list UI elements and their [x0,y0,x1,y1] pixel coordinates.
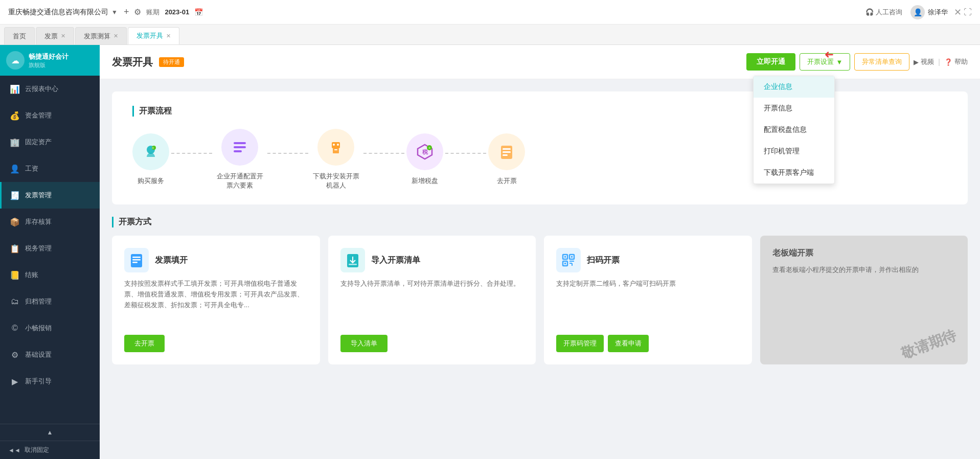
cancel-fixed-btn[interactable]: ◄◄ 取消固定 [0,441,100,459]
svg-text:+: + [428,146,431,150]
sidebar-item-zijin[interactable]: 💰 资金管理 [0,102,100,129]
sidebar-item-gudingzichan[interactable]: 🏢 固定资产 [0,129,100,155]
flow-step-4-label: 新增税盘 [412,176,438,186]
import-method-title: 导入开票清单 [371,255,420,266]
tax-config-label: 配置税盘信息 [764,125,807,133]
ledger-icon: 📒 [10,270,20,280]
svg-rect-3 [234,142,246,144]
tab-invoice-calc[interactable]: 发票测算 ✕ [75,27,127,44]
box-icon: 📦 [10,217,20,227]
flow-section: 开票流程 + 购买服务 企业开通配置开票 [112,91,968,204]
import-list-button[interactable]: 导入清单 [340,335,388,352]
flow-icon-3 [317,129,354,166]
svg-rect-17 [503,151,511,153]
sidebar-item-fapiao[interactable]: 🧾 发票管理 [0,182,100,209]
tab-invoice-issue[interactable]: 发票开具 ✕ [128,27,179,44]
abnormal-button[interactable]: 异常清单查询 [854,53,909,71]
svg-rect-25 [349,264,357,265]
tab-invoice-close[interactable]: ✕ [61,33,65,39]
flow-step-5: 去开票 [488,133,525,186]
sidebar-item-yunbao-label: 云报表中心 [25,84,58,94]
dropdown-arrow-icon: ▼ [111,9,118,16]
sidebar-item-xinshou-label: 新手引导 [25,377,52,386]
tab-invoice[interactable]: 发票 ✕ [36,27,74,44]
flow-step-5-label: 去开票 [497,176,517,186]
dropdown-item-enterprise[interactable]: 企业信息 [754,76,834,98]
pin-left-icon: ◄◄ [8,447,20,454]
flow-step-3: 下载并安装开票机器人 [310,129,361,190]
tab-invoice-issue-close[interactable]: ✕ [166,33,171,39]
tab-home-label: 首页 [13,32,26,41]
methods-section: 开票方式 发票填开 支持按照发票样式手工填开发票；可开具增值税电子普通发票、增值… [112,217,968,364]
svg-rect-10 [334,149,337,150]
flow-connector-3 [363,153,404,154]
tab-invoice-label: 发票 [44,32,58,41]
page-header: 发票开具 待开通 立即开通 开票设置 ▼ 异常清单查询 ▶ 视频 | ❓ 帮助 [100,45,980,79]
dropdown-item-invoice-info[interactable]: 开票信息 [754,98,834,119]
tab-invoice-calc-close[interactable]: ✕ [113,33,118,39]
sidebar-item-yunbao[interactable]: 📊 云报表中心 [0,76,100,102]
sidebar-item-jiezhang[interactable]: 📒 结账 [0,262,100,288]
sidebar-item-gudingzichan-label: 固定资产 [25,137,52,147]
top-bar: 重庆畅捷交通信息咨询有限公司 ▼ + ⚙ 账期 2023-01 📅 🎧 人工咨询… [0,0,980,25]
sidebar-item-jichushezhi-label: 基础设置 [25,350,52,359]
scan-method-title: 扫码开票 [587,255,620,266]
play-circle-icon: ▶ [914,58,919,66]
svg-point-7 [333,144,335,146]
sidebar-item-zijin-label: 资金管理 [25,111,52,120]
sidebar-item-xiaochang[interactable]: © 小畅报销 [0,315,100,341]
money-icon: 💰 [10,111,20,121]
flow-step-1-label: 购买服务 [138,176,164,186]
fill-invoice-button[interactable]: 去开票 [124,335,165,352]
expand-window-button[interactable]: ⛶ [964,7,972,18]
methods-section-title: 开票方式 [112,217,968,227]
activate-button[interactable]: 立即开通 [746,53,795,71]
svg-rect-31 [564,263,566,264]
person-icon: 👤 [10,164,20,174]
qr-manage-button[interactable]: 开票码管理 [556,335,604,352]
settings-icon[interactable]: ⚙ [134,7,141,17]
help-page-button[interactable]: ❓ 帮助 [944,57,968,66]
svg-rect-22 [132,262,138,263]
gear-icon: ⚙ [10,350,20,360]
svg-point-8 [337,144,339,146]
settings-dropdown-icon: ▼ [836,58,842,66]
sidebar-item-gongzi[interactable]: 👤 工资 [0,155,100,182]
view-application-button[interactable]: 查看申请 [608,335,649,352]
sidebar-item-gongzi-label: 工资 [25,164,38,173]
sidebar-item-kucun[interactable]: 📦 库存核算 [0,209,100,235]
content-area: 发票开具 待开通 立即开通 开票设置 ▼ 异常清单查询 ▶ 视频 | ❓ 帮助 [100,45,980,459]
scan-method-desc: 支持定制开票二维码，客户端可扫码开票 [556,279,740,325]
enterprise-info-label: 企业信息 [764,82,792,90]
scroll-up-btn[interactable]: ▲ [0,426,100,439]
red-arrow-indicator: ➜ [825,48,834,61]
sidebar-item-jichushezhi[interactable]: ⚙ 基础设置 [0,341,100,368]
add-icon[interactable]: + [124,7,129,17]
receipt-icon: 🧾 [10,191,20,200]
calendar-icon[interactable]: 📅 [194,8,203,16]
import-icon [340,248,365,272]
help-btn-label: 帮助 [954,57,968,66]
sidebar-item-xinshou[interactable]: ▶ 新手引导 [0,368,100,395]
logo-version: 旗舰版 [29,61,69,69]
folder-icon: 🗂 [10,297,20,306]
sidebar-item-shuiwu[interactable]: 📋 税务管理 [0,235,100,262]
sidebar-item-fapiao-label: 发票管理 [25,191,52,200]
question-circle-icon: ❓ [944,58,952,66]
period-label: 账期 [146,8,159,17]
sidebar-item-guidang[interactable]: 🗂 归档管理 [0,288,100,315]
video-button[interactable]: ▶ 视频 [914,57,934,66]
page-title: 发票开具 [112,55,153,69]
help-btn[interactable]: 🎧 人工咨询 [865,8,902,17]
dropdown-item-printer[interactable]: 打印机管理 [754,141,834,162]
method-card-boss: 老板端开票 查看老板端小程序提交的开票申请，并作出相应的 敬请期待 [760,236,968,364]
close-window-button[interactable]: ✕ [954,7,962,18]
tab-home[interactable]: 首页 [4,27,35,44]
sidebar: ☁ 畅捷通好会计 旗舰版 📊 云报表中心 💰 资金管理 🏢 固定资产 👤 工资 [0,45,100,459]
user-name: 徐泽华 [928,8,948,17]
dropdown-item-download[interactable]: 下载开票客户端 [754,162,834,183]
user-info[interactable]: 👤 徐泽华 [910,5,948,19]
flow-step-3-label: 下载并安装开票机器人 [310,172,361,190]
dropdown-item-tax-config[interactable]: 配置税盘信息 [754,119,834,141]
company-selector[interactable]: 重庆畅捷交通信息咨询有限公司 ▼ [8,8,118,17]
